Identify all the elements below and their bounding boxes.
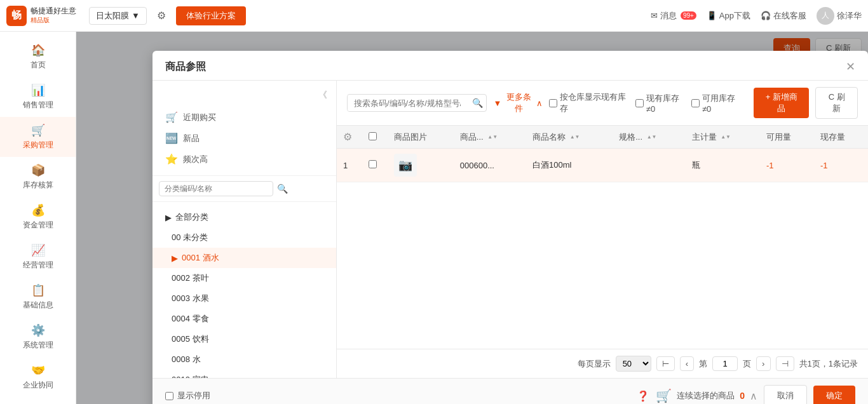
col-unit[interactable]: 主计量 ▲▼ [686,126,760,149]
add-product-button[interactable]: + 新增商品 [754,88,809,118]
sidebar-item-sales[interactable]: 📊 销售管理 [0,77,76,117]
col-spec[interactable]: 规格... ▲▼ [613,126,685,149]
search-icon[interactable]: 🔍 [277,184,288,194]
sidebar-item-basic-info[interactable]: 📋 基础信息 [0,277,76,317]
per-page-label: 每页显示 [578,358,611,370]
cat-water[interactable]: 0008 水 [153,349,336,370]
sidebar-item-home[interactable]: 🏠 首页 [0,37,76,77]
check-current-stock-input[interactable] [635,99,644,107]
cat-appliance[interactable]: 0010 家电 [153,370,336,378]
cat-water-label: 0008 水 [172,354,201,365]
quick-item-new[interactable]: 🆕 新品 [159,128,330,148]
cell-code: 000600... [454,149,526,182]
col-code[interactable]: 商品... ▲▼ [454,126,526,149]
table-settings-icon[interactable]: ⚙ [343,131,352,142]
select-all-checkbox[interactable] [369,132,377,140]
cat-fruit[interactable]: 0003 水果 [153,288,336,309]
sidebar-item-guide[interactable]: 🔰 新手引导 [0,397,76,404]
check-warehouse-stock-label: 按仓库显示现有库存 [560,91,629,114]
check-available-stock[interactable]: 可用库存≠0 [691,93,741,114]
filter-button[interactable]: ▼ 更多条件 ∧ [493,91,543,114]
cat-uncategorized[interactable]: 00 未分类 [153,227,336,248]
sidebar-item-finance[interactable]: 💰 资金管理 [0,197,76,237]
confirm-button[interactable]: 确定 [813,386,855,404]
row-checkbox[interactable] [369,160,377,168]
check-warehouse-stock[interactable]: 按仓库显示现有库存 [549,91,629,114]
cart-count: 0 [740,391,745,401]
per-page-select[interactable]: 50 20 100 [616,356,651,372]
cat-drink[interactable]: 0005 饮料 [153,329,336,349]
online-service-item[interactable]: 🎧 在线客服 [761,10,806,22]
product-search-input[interactable] [348,95,467,111]
cat-all-label: 全部分类 [175,212,208,223]
show-disabled-checkbox[interactable] [165,392,173,400]
message-item[interactable]: ✉ 消息 99+ [651,10,696,22]
logo-sub: 精品版 [31,16,76,25]
cancel-button[interactable]: 取消 [764,385,807,404]
sidebar-item-collab[interactable]: 🤝 企业协同 [0,357,76,397]
cat-alcohol[interactable]: ▶ 0001 酒水 [153,248,336,268]
help-icon[interactable]: ❓ [637,390,649,402]
sidebar-item-operations[interactable]: 📈 经营管理 [0,237,76,277]
last-page-btn[interactable]: ⊣ [776,356,794,371]
sort-icon-spec: ▲▼ [647,135,657,140]
sidebar-item-purchase[interactable]: 🛒 采购管理 [0,117,76,157]
sort-icon-name: ▲▼ [570,135,580,140]
product-stock: -1 [820,161,828,170]
first-page-btn[interactable]: ⊢ [656,356,675,371]
check-current-stock[interactable]: 现有库存≠0 [635,93,685,114]
cat-alcohol-label: 0001 酒水 [182,252,219,264]
check-warehouse-stock-input[interactable] [549,99,557,107]
col-img: 商品图片 [388,126,454,149]
table-row[interactable]: 1 📷 000600... [337,149,868,182]
prev-page-btn[interactable]: ‹ [680,356,694,371]
next-page-btn[interactable]: › [756,356,770,371]
check-available-stock-label: 可用库存≠0 [702,93,741,114]
experience-button[interactable]: 体验行业方案 [176,6,246,25]
cat-snack[interactable]: 0004 零食 [153,309,336,329]
sidebar-item-inventory[interactable]: 📦 库存核算 [0,157,76,197]
message-label: 消息 [660,10,677,22]
sidebar-collapse-btn[interactable]: 《 [316,87,330,104]
page-input[interactable] [712,356,738,371]
col-name-label: 商品名称 [532,132,566,142]
collapse-icon[interactable]: ∧ [750,390,757,402]
category-search-input[interactable] [159,181,273,196]
col-spec-label: 规格... [619,132,642,142]
close-icon[interactable]: ✕ [846,60,855,74]
expand-all-icon: ▶ [165,213,172,222]
product-search-btn[interactable]: 🔍 [467,95,487,111]
logo: 畅 畅捷通好生意 精品版 [6,6,83,26]
gear-icon[interactable]: ⚙ [152,6,171,25]
expand-alcohol-icon: ▶ [172,253,178,263]
col-code-label: 商品... [460,132,484,142]
cell-num: 1 [337,149,362,182]
username-label: 徐泽华 [837,10,862,22]
sidebar-item-system[interactable]: ⚙️ 系统管理 [0,317,76,357]
col-available[interactable]: 可用量 [760,126,814,149]
cart-icon[interactable]: 🛒 [656,388,672,403]
col-name[interactable]: 商品名称 ▲▼ [526,126,613,149]
user-item[interactable]: 人 徐泽华 [817,7,862,25]
sort-icon-unit: ▲▼ [721,135,731,140]
quick-item-frequent[interactable]: ⭐ 频次高 [159,149,330,169]
nav-dropdown[interactable]: 日太阳膜 ▼ [89,7,147,25]
quick-item-new-label: 新品 [183,133,200,144]
total-info: 共1页，1条记录 [799,358,858,370]
modal-sidebar: 《 🛒 近期购买 🆕 新品 ⭐ [153,81,337,378]
refresh-button[interactable]: C 刷新 [815,87,858,119]
sidebar-label-home: 首页 [31,60,46,71]
recent-icon: 🛒 [165,111,178,123]
check-available-stock-input[interactable] [691,99,700,107]
cat-all[interactable]: ▶ 全部分类 [153,207,336,227]
col-stock[interactable]: 现存量 [814,126,868,149]
filter-icon: ▼ [493,98,501,108]
cell-checkbox[interactable] [362,149,388,182]
product-table-body: 1 📷 000600... [337,149,868,182]
quick-item-recent[interactable]: 🛒 近期购买 [159,107,330,127]
app-download-label: App下载 [719,10,750,22]
modal-overlay: 商品参照 ✕ 《 🛒 近期购买 [76,32,868,404]
app-download-item[interactable]: 📱 App下载 [707,10,750,22]
show-disabled-label[interactable]: 显示停用 [165,390,210,401]
cat-tea[interactable]: 0002 茶叶 [153,268,336,288]
